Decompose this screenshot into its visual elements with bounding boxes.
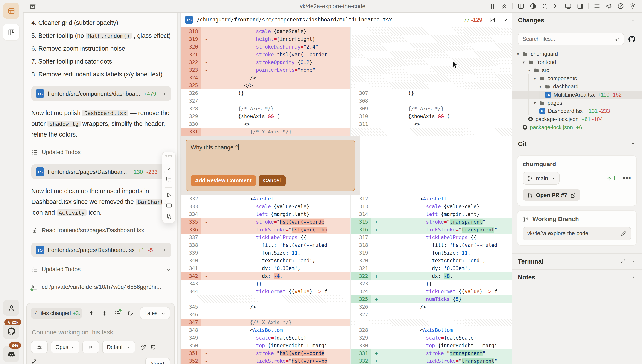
help-button[interactable]	[617, 3, 624, 10]
diff-line[interactable]: 347- {/* X Axis */}	[181, 318, 350, 326]
diff-line[interactable]: 340 textAnchor: 'end',	[181, 257, 350, 264]
diff-line[interactable]: 323 }}	[350, 280, 512, 288]
collapseall-button[interactable]	[500, 3, 508, 10]
diff-line[interactable]: 320 textAnchor: 'end',	[350, 257, 512, 264]
updated-todos-row[interactable]: Updated Todos	[31, 147, 171, 158]
tree-row[interactable]: ▾dashboard	[512, 82, 642, 90]
play-icon[interactable]	[166, 192, 172, 198]
diff-grid[interactable]: 318- scale={dateScale}319- height={inner…	[181, 28, 512, 364]
diff-line[interactable]: 309 {/* Axes */}	[350, 105, 512, 112]
diff-line[interactable]: 352- tickStroke="hsl(var(--bo	[181, 357, 350, 364]
tree-row[interactable]: ▾frontend	[512, 58, 642, 66]
diff-line[interactable]: 328 {/* Axes */}	[181, 105, 350, 112]
diff-line[interactable]: 345 />	[181, 303, 350, 311]
todos-button[interactable]	[114, 310, 121, 316]
tree-row[interactable]: ▾src	[512, 66, 642, 74]
files-changed-pill[interactable]: 4 files changed+3...	[31, 308, 82, 318]
marker-icon[interactable]	[31, 358, 37, 364]
diff-line[interactable]: 326 )}	[181, 89, 350, 97]
diff-line[interactable]: 341 dy: '0.33em',	[181, 264, 350, 272]
file-change-chip[interactable]: TSfrontend/src/pages/Dashboar...+130-233	[31, 164, 171, 179]
file-search-box[interactable]	[518, 32, 624, 46]
git-compare-icon[interactable]	[166, 213, 172, 220]
mode-dropdown[interactable]: Default	[102, 341, 135, 353]
send-button[interactable]: Send	[145, 358, 170, 364]
edit-branch-icon[interactable]	[620, 230, 626, 236]
pause-button[interactable]	[489, 3, 496, 10]
diff-line[interactable]: 322- strokeOpacity={0.2}	[181, 58, 350, 66]
working-branch-input[interactable]: vk/4e2a-explore-the-code	[523, 227, 631, 240]
diff-line[interactable]: 319 fontSize: 11,	[350, 249, 512, 257]
git-section-header[interactable]: Git	[512, 136, 642, 152]
diff-line[interactable]: 311 <>	[350, 120, 512, 128]
collapse-tree-icon[interactable]	[614, 36, 620, 42]
read-file-row[interactable]: Read frontend/src/pages/Dashboard.tsx	[31, 225, 171, 236]
tree-caret-icon[interactable]: ▾	[528, 68, 533, 72]
file-change-chip[interactable]: TSfrontend/src/pages/Dashboard.tsx+1-5	[31, 242, 171, 257]
cancel-comment-button[interactable]: Cancel	[259, 175, 286, 186]
diff-line[interactable]: 330 top={innerHeight + margi	[350, 342, 512, 350]
diff-line[interactable]: 310 {showAxis && (	[350, 112, 512, 120]
drag-handle[interactable]	[166, 155, 172, 156]
layout-view-button[interactable]	[3, 2, 19, 19]
diff-line[interactable]: 325+ numTicks={5}	[350, 295, 512, 303]
compare-button[interactable]	[541, 3, 548, 10]
diff-line[interactable]: 330 <>	[181, 120, 350, 128]
diff-line[interactable]: 321- stroke="hsl(var(--border	[181, 51, 350, 58]
tree-caret-icon[interactable]: ▾	[517, 52, 522, 56]
burst-icon[interactable]	[101, 310, 108, 316]
expand-terminal-icon[interactable]	[620, 258, 626, 264]
monitor-button[interactable]	[565, 3, 572, 10]
branch-dropdown[interactable]: main	[523, 172, 559, 184]
message-input[interactable]: Continue working on this task...	[31, 327, 170, 341]
fast-forward-button[interactable]	[83, 341, 99, 353]
diff-line[interactable]: 333 scale={valueScale}	[181, 202, 350, 210]
cat-icon[interactable]	[150, 344, 157, 350]
panelL-button[interactable]	[517, 3, 524, 10]
diff-line[interactable]: 346	[181, 311, 350, 318]
file-change-chip[interactable]: TSfrontend/src/components/dashboa...+479	[31, 86, 171, 101]
diff-line[interactable]: 318 fill: 'hsl(var(--muted	[350, 241, 512, 249]
diff-line[interactable]: 329 {showAxis && (	[181, 112, 350, 120]
diff-line[interactable]: 323- pointerEvents="none"	[181, 66, 350, 74]
review-comment-box[interactable]: Why this change ?Add Review CommentCance…	[186, 140, 355, 191]
diff-line[interactable]: 338 fill: 'hsl(var(--muted	[181, 241, 350, 249]
terminal-command-row[interactable]: cd /private/var/folders/10/h7w0q46556ggr…	[31, 282, 171, 292]
monitor-icon[interactable]	[166, 202, 172, 209]
diff-line[interactable]: 317 tickLabelProps={{	[350, 234, 512, 241]
tree-row[interactable]: TSDashboard.tsx+131 -233	[512, 107, 642, 115]
tree-caret-icon[interactable]: ▾	[523, 60, 528, 64]
diff-line[interactable]: 313 scale={valueScale}	[350, 202, 512, 210]
tree-row[interactable]: ▾churnguard	[512, 50, 642, 58]
diff-line[interactable]: 325- </>	[181, 82, 350, 89]
open-pr-button[interactable]: Open PR #7	[523, 189, 580, 201]
model-dropdown[interactable]: Opus	[51, 341, 80, 353]
diff-line[interactable]: 307 )}	[350, 89, 512, 97]
updated-todos-row[interactable]: Updated Todos	[31, 264, 171, 275]
repo-menu-button[interactable]: •••	[623, 174, 631, 182]
tree-row[interactable]: package-lock.json+6	[512, 123, 642, 131]
account-button[interactable]	[3, 300, 19, 316]
diff-line[interactable]: 319- height={innerHeight}	[181, 35, 350, 43]
diff-line[interactable]: 332+ tickStroke="transparent"	[350, 357, 512, 364]
diff-line[interactable]: 344 tickFormat={(value) => f	[181, 288, 350, 295]
gear-button[interactable]	[629, 3, 636, 10]
diff-line[interactable]: 327	[181, 97, 350, 105]
mega-button[interactable]	[605, 3, 612, 10]
diff-line[interactable]: 331- {/* Y Axis */}	[181, 128, 350, 136]
annotate-icon[interactable]	[166, 166, 172, 172]
diff-line[interactable]: 349 scale={dateScale}	[181, 334, 350, 342]
tree-row[interactable]: TSMultiLineArea.tsx+110 -162	[512, 90, 642, 99]
discord-button[interactable]: 346	[3, 346, 19, 362]
tree-caret-icon[interactable]: ▾	[539, 84, 544, 89]
diff-line[interactable]: 334 left={margin.left}	[181, 210, 350, 218]
contrast-button[interactable]	[529, 3, 536, 10]
diff-line[interactable]: 324 tickFormat={(value) => f	[350, 288, 512, 295]
diff-line[interactable]: 327	[350, 311, 512, 318]
tree-row[interactable]: ▾components	[512, 74, 642, 82]
notes-section-header[interactable]: Notes	[512, 270, 642, 286]
diff-line[interactable]: 316+ tickStroke="transparent"	[350, 226, 512, 234]
tree-row[interactable]: ▾pages	[512, 99, 642, 107]
changes-section-header[interactable]: Changes	[512, 12, 642, 28]
scroll-top-button[interactable]	[89, 310, 95, 316]
